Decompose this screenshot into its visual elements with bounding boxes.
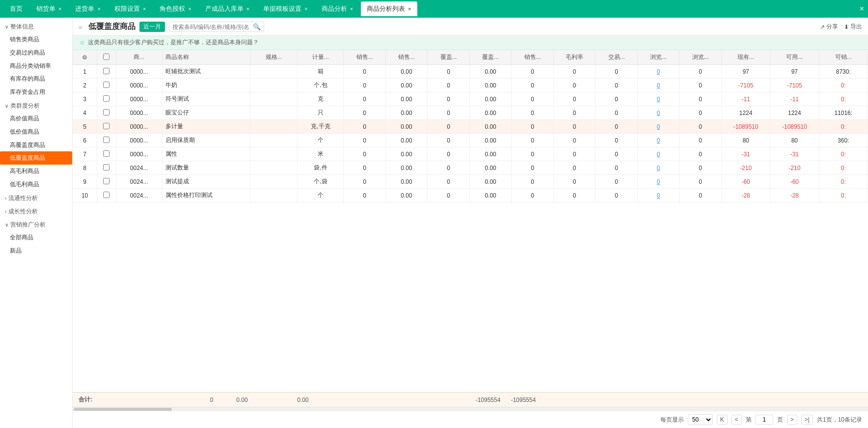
prev-page-button[interactable]: < — [732, 415, 742, 425]
sidebar-item-category-rate[interactable]: 商品分类动销率 — [0, 59, 72, 73]
row-select-checkbox[interactable] — [103, 192, 109, 198]
row-checkbox[interactable] — [97, 92, 116, 106]
row-checkbox[interactable] — [97, 65, 116, 79]
row-stock: -7105 — [721, 79, 770, 92]
row-available: 97 — [770, 65, 819, 79]
close-all-tabs-icon[interactable]: × — [860, 4, 864, 13]
row-s3: 0 — [512, 147, 554, 161]
filter-tag-month[interactable]: 近一月 — [139, 22, 165, 32]
sidebar-section-growth[interactable]: › 成长性分析 — [0, 204, 72, 218]
nav-tab-purchase[interactable]: 进货单 × — [69, 1, 106, 16]
settings-icon[interactable]: ⚙ — [82, 54, 87, 61]
row-browse1[interactable]: 0 — [637, 79, 679, 92]
row-browse1[interactable]: 0 — [637, 134, 679, 147]
row-browse1[interactable]: 0 — [637, 161, 679, 175]
nav-tab-home[interactable]: 首页 — [4, 1, 28, 16]
close-production-icon[interactable]: × — [246, 6, 249, 12]
share-button[interactable]: ↗ 分享 — [820, 23, 838, 31]
row-stock: -210 — [721, 161, 770, 175]
sidebar-section-marketing[interactable]: ∨ 营销推广分析 — [0, 218, 72, 231]
row-browse1[interactable]: 0 — [637, 120, 679, 134]
row-select-checkbox[interactable] — [103, 137, 109, 143]
nav-tab-analysis[interactable]: 商品分析 × — [316, 1, 359, 16]
sidebar-item-high-margin[interactable]: 高毛利商品 — [0, 165, 72, 178]
row-s1: 0 — [344, 161, 386, 175]
row-browse1[interactable]: 0 — [637, 189, 679, 202]
row-unit: 克 — [298, 92, 344, 106]
last-page-button[interactable]: >| — [801, 415, 813, 425]
close-analysis-icon[interactable]: × — [350, 6, 353, 12]
row-checkbox[interactable] — [97, 120, 116, 134]
row-browse1[interactable]: 0 — [637, 65, 679, 79]
page-number-input[interactable] — [756, 415, 773, 425]
row-select-checkbox[interactable] — [103, 150, 109, 157]
close-analysis-list-icon[interactable]: × — [408, 6, 411, 12]
row-browse1[interactable]: 0 — [637, 175, 679, 189]
row-trade: 0 — [596, 92, 638, 106]
row-checkbox[interactable] — [97, 161, 116, 175]
close-sales-icon[interactable]: × — [58, 6, 61, 12]
sidebar-item-low-value[interactable]: 低价值商品 — [0, 125, 72, 139]
row-stock: 1224 — [721, 106, 770, 120]
row-select-checkbox[interactable] — [103, 109, 109, 115]
sidebar-item-new-goods[interactable]: 新品 — [0, 244, 72, 257]
row-checkbox[interactable] — [97, 189, 116, 202]
nav-tab-sales[interactable]: 销货单 × — [30, 1, 67, 16]
row-c1: 0 — [428, 134, 470, 147]
close-template-icon[interactable]: × — [304, 6, 307, 12]
row-available: -11 — [770, 92, 819, 106]
row-stock: 80 — [721, 134, 770, 147]
sidebar-item-all-goods[interactable]: 全部商品 — [0, 231, 72, 244]
nav-tab-production[interactable]: 产成品入库单 × — [199, 1, 255, 16]
row-checkbox[interactable] — [97, 79, 116, 92]
nav-tab-template[interactable]: 单据模板设置 × — [257, 1, 313, 16]
row-select-checkbox[interactable] — [103, 164, 109, 171]
horizontal-scrollbar[interactable] — [73, 407, 868, 411]
sidebar-item-low-coverage[interactable]: 低覆盖度商品 — [0, 151, 72, 165]
page-size-select[interactable]: 50 100 200 — [688, 414, 713, 425]
sidebar-section-overall[interactable]: ∨ 整体信息 — [0, 20, 72, 33]
sidebar-item-sales-goods[interactable]: 销售类商品 — [0, 33, 72, 46]
next-page-button[interactable]: > — [787, 415, 797, 425]
scroll-thumb[interactable] — [74, 408, 172, 411]
row-select-checkbox[interactable] — [103, 178, 109, 184]
row-c2: 0.00 — [469, 161, 512, 175]
export-button[interactable]: ⬇ 导出 — [844, 23, 862, 31]
row-checkbox[interactable] — [97, 175, 116, 189]
sidebar-item-low-margin[interactable]: 低毛利商品 — [0, 178, 72, 191]
close-role-icon[interactable]: × — [188, 6, 191, 12]
collapse-sidebar-button[interactable]: « — [79, 23, 82, 31]
sidebar-item-high-value[interactable]: 高价值商品 — [0, 112, 72, 125]
row-checkbox[interactable] — [97, 147, 116, 161]
row-select-checkbox[interactable] — [103, 123, 109, 129]
sidebar-item-traded-goods[interactable]: 交易过的商品 — [0, 46, 72, 59]
row-spec — [250, 189, 298, 202]
sidebar-item-capital[interactable]: 库存资金占用 — [0, 86, 72, 99]
row-browse1[interactable]: 0 — [637, 92, 679, 106]
sidebar-section-circulation[interactable]: › 流通性分析 — [0, 191, 72, 204]
select-all-checkbox[interactable] — [103, 54, 109, 60]
row-checkbox[interactable] — [97, 134, 116, 147]
col-settings[interactable]: ⚙ — [73, 50, 97, 65]
row-select-checkbox[interactable] — [103, 95, 109, 102]
search-input[interactable] — [172, 24, 251, 30]
footer-stock: -1095554 — [470, 397, 506, 403]
first-page-button[interactable]: K — [717, 415, 728, 425]
row-browse1[interactable]: 0 — [637, 147, 679, 161]
row-margin: 0 — [553, 65, 596, 79]
nav-tab-permission[interactable]: 权限设置 × — [108, 1, 152, 16]
nav-tab-role[interactable]: 角色授权 × — [154, 1, 197, 16]
row-margin: 0 — [553, 120, 596, 134]
row-browse1[interactable]: 0 — [637, 106, 679, 120]
close-purchase-icon[interactable]: × — [97, 6, 100, 12]
row-checkbox[interactable] — [97, 106, 116, 120]
sidebar-section-cluster[interactable]: ∨ 类群度分析 — [0, 99, 72, 112]
sidebar-item-stock-goods[interactable]: 有库存的商品 — [0, 72, 72, 86]
sidebar-item-high-coverage[interactable]: 高覆盖度商品 — [0, 139, 72, 152]
row-select-checkbox[interactable] — [103, 68, 109, 74]
close-permission-icon[interactable]: × — [143, 6, 146, 12]
row-select-checkbox[interactable] — [103, 82, 109, 88]
nav-tab-analysis-list[interactable]: 商品分析列表 × — [361, 1, 417, 16]
search-icon[interactable]: 🔍 — [253, 23, 261, 30]
row-unit: 个 — [298, 134, 344, 147]
